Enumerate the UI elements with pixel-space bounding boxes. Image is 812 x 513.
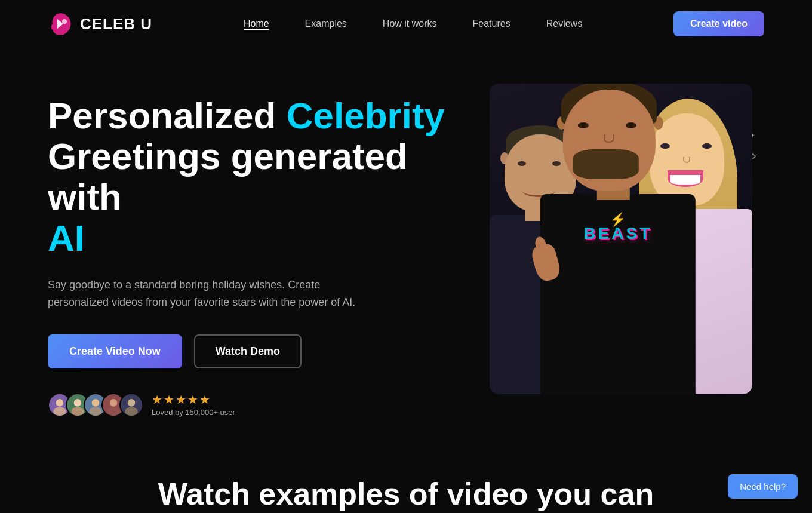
hero-title-ai: AI — [48, 217, 85, 259]
mrbeast-figure: BEAST ⚡ — [540, 84, 696, 394]
svg-point-14 — [128, 399, 136, 407]
svg-point-9 — [89, 407, 102, 415]
svg-point-3 — [53, 407, 66, 415]
examples-title-line1: Watch examples of video you can — [158, 477, 654, 511]
nav-create-video-button[interactable]: Create video — [673, 11, 764, 36]
celebrity-scene: BEAST ⚡ — [490, 84, 752, 394]
hero-title-part1: Personalized — [48, 95, 287, 136]
hero-title-part2: Greetings generated with — [48, 136, 408, 217]
social-proof: ★★★★★ Loved by 150,000+ user — [48, 392, 466, 417]
hero-image: ✦ ✧ ✦ ✦ ✧ ✧ ✦ — [490, 84, 764, 394]
examples-title: Watch examples of video you can create — [48, 477, 764, 513]
watch-demo-button[interactable]: Watch Demo — [194, 334, 302, 368]
hero-title: Personalized Celebrity Greetings generat… — [48, 96, 466, 259]
mrbeast-right-eye — [626, 122, 636, 128]
svg-point-8 — [92, 399, 100, 407]
nav-how-it-works[interactable]: How it works — [383, 19, 437, 29]
user-avatars — [48, 393, 143, 417]
svg-point-2 — [56, 399, 64, 407]
mrbeast-beard — [573, 149, 639, 179]
loved-by-text: Loved by 150,000+ user — [152, 408, 235, 417]
rating-block: ★★★★★ Loved by 150,000+ user — [152, 392, 235, 417]
svg-point-11 — [110, 399, 118, 407]
mrbeast-left-eye — [578, 122, 589, 128]
need-help-button[interactable]: Need help? — [728, 474, 798, 499]
logo-icon — [48, 11, 74, 37]
hero-buttons: Create Video Now Watch Demo — [48, 334, 466, 368]
nav-reviews[interactable]: Reviews — [546, 19, 582, 29]
nav-features[interactable]: Features — [473, 19, 510, 29]
shirt-graphic: ⚡ — [610, 212, 626, 228]
mrbeast-nose — [604, 134, 614, 143]
svg-point-0 — [62, 19, 67, 24]
taylor-right-eye — [702, 143, 712, 149]
examples-section: Watch examples of video you can create — [0, 441, 812, 513]
elon-left-eye — [518, 161, 526, 166]
svg-point-5 — [74, 399, 82, 407]
navbar: CELEB U Home Examples How it works Featu… — [0, 0, 812, 48]
star-rating: ★★★★★ — [152, 392, 235, 407]
hero-subtitle: Say goodbye to a standard boring holiday… — [48, 277, 382, 311]
mrbeast-shirt: BEAST ⚡ — [540, 194, 696, 394]
svg-point-15 — [125, 407, 138, 415]
hero-content: Personalized Celebrity Greetings generat… — [48, 84, 466, 417]
svg-point-12 — [107, 407, 120, 415]
logo[interactable]: CELEB U — [48, 11, 152, 37]
avatar — [119, 393, 143, 417]
brand-name: CELEB U — [80, 15, 152, 33]
nav-home[interactable]: Home — [244, 19, 269, 29]
hero-title-highlight: Celebrity — [287, 95, 445, 136]
create-video-now-button[interactable]: Create Video Now — [48, 334, 182, 368]
nav-links: Home Examples How it works Features Revi… — [244, 19, 582, 29]
svg-point-6 — [71, 407, 84, 415]
nav-examples[interactable]: Examples — [305, 19, 347, 29]
hero-section: Personalized Celebrity Greetings generat… — [0, 48, 812, 441]
